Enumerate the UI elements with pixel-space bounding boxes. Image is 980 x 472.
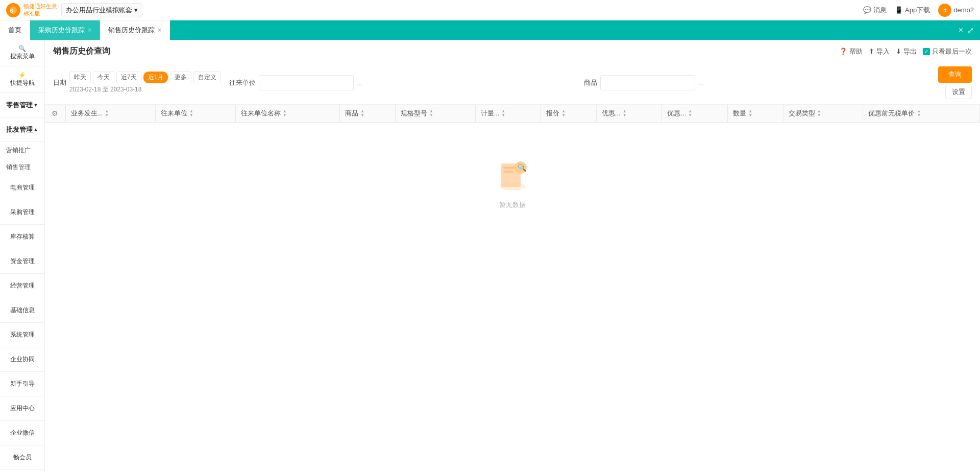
restore-window-btn[interactable]: ⤢: [967, 26, 974, 35]
goods-dots-btn[interactable]: ...: [698, 79, 704, 87]
chevron-down-icon: ▼: [33, 102, 38, 108]
sort-icons: ▲▼: [501, 109, 505, 117]
sidebar-item-search-menu[interactable]: 🔍 搜索菜单: [0, 40, 44, 66]
message-icon: 💬: [863, 6, 871, 14]
date-btn-yesterday[interactable]: 昨天: [69, 72, 91, 83]
topbar: 6 畅捷通好生意 标准版 办公用品行业模拟账套 ▾ 💬 消息 📱 App下载 d…: [0, 0, 980, 20]
search-button[interactable]: 查询: [938, 66, 972, 83]
gear-icon[interactable]: ⚙: [52, 109, 58, 117]
chevron-down-icon: ▾: [134, 6, 138, 14]
partner-label: 往来单位: [229, 78, 256, 87]
topbar-left: 6 畅捷通好生意 标准版 办公用品行业模拟账套 ▾: [6, 3, 142, 17]
account-selector[interactable]: 办公用品行业模拟账套 ▾: [61, 3, 142, 17]
date-btn-more[interactable]: 更多: [170, 72, 191, 83]
page-title: 销售历史价查询: [53, 46, 110, 57]
sidebar-item-purchase[interactable]: 采购管理: [0, 200, 44, 225]
th-gear[interactable]: ⚙: [45, 105, 65, 123]
svg-text:🔍: 🔍: [518, 163, 527, 172]
date-label: 日期: [53, 78, 66, 87]
tab-purchase-history[interactable]: 采购历史价跟踪 ×: [30, 20, 100, 40]
goods-input[interactable]: [600, 75, 695, 90]
th-discount2[interactable]: 优惠... ▲▼: [662, 105, 728, 123]
user-profile[interactable]: d demo2: [938, 4, 974, 17]
sidebar-item-operations[interactable]: 经营管理: [0, 274, 44, 298]
settings-button[interactable]: 设置: [945, 85, 972, 99]
export-btn[interactable]: ⬇ 导出: [896, 47, 917, 56]
date-btn-custom[interactable]: 自定义: [193, 72, 221, 83]
partner-dots-btn[interactable]: ...: [357, 79, 362, 87]
sort-icons: ▲▼: [105, 109, 109, 117]
th-price[interactable]: 报价 ▲▼: [541, 105, 597, 123]
topbar-right: 💬 消息 📱 App下载 d demo2: [863, 4, 974, 17]
tab-home-label: 首页: [8, 26, 21, 35]
empty-state: 🔍 暂无数据: [45, 123, 980, 240]
sidebar-item-guide[interactable]: 新手引导: [0, 372, 44, 396]
sidebar-item-quick-nav[interactable]: ⚡ 快捷导航: [0, 66, 44, 93]
sidebar-item-ecommerce[interactable]: 电商管理: [0, 176, 44, 200]
sort-icons: ▲▼: [917, 109, 921, 117]
sidebar-item-member[interactable]: 畅会员: [0, 445, 44, 470]
page-content: 销售历史价查询 ❓ 帮助 ⬆ 导入 ⬇ 导出: [45, 40, 980, 472]
import-btn[interactable]: ⬆ 导入: [869, 47, 890, 56]
search-icon: 🔍: [18, 45, 26, 52]
tab-actions: × ⤢: [959, 20, 980, 40]
th-biz-date[interactable]: 业务发生... ▲▼: [65, 105, 156, 123]
date-filter-group: 日期 昨天 今天 近7天 近1月 更多 自定义 2023-02-18 至 202…: [53, 72, 221, 94]
sidebar-item-system[interactable]: 系统管理: [0, 323, 44, 347]
data-table: ⚙ 业务发生... ▲▼ 往来单位: [45, 105, 980, 123]
tab-purchase-history-label: 采购历史价跟踪: [38, 26, 85, 35]
filter-bar: 日期 昨天 今天 近7天 近1月 更多 自定义 2023-02-18 至 202…: [45, 61, 980, 105]
date-btn-today[interactable]: 今天: [93, 72, 114, 83]
date-range-display: 2023-02-18 至 2023-03-18: [69, 85, 221, 94]
sidebar-item-marketing[interactable]: 营销推广: [0, 142, 44, 159]
tab-home[interactable]: 首页: [0, 20, 30, 40]
th-partner-name[interactable]: 往来单位名称 ▲▼: [235, 105, 340, 123]
sidebar-item-wholesale-mgmt[interactable]: 批发管理 ▲: [0, 117, 44, 142]
close-window-btn[interactable]: ×: [959, 26, 963, 35]
only-latest-checkbox[interactable]: 只看最后一次: [923, 47, 972, 56]
partner-input[interactable]: [259, 75, 354, 90]
date-btn-7days[interactable]: 近7天: [116, 72, 141, 83]
sidebar-item-sales-mgmt[interactable]: 销售管理: [0, 159, 44, 176]
main-layout: 🔍 搜索菜单 ⚡ 快捷导航 零售管理 ▼ 批发管理 ▲ 营销推广 销售管理 电商…: [0, 40, 980, 472]
app-download-btn[interactable]: 📱 App下载: [895, 6, 930, 15]
goods-label: 商品: [584, 78, 597, 87]
page-header: 销售历史价查询 ❓ 帮助 ⬆ 导入 ⬇ 导出: [45, 40, 980, 61]
sidebar-item-finance[interactable]: 资金管理: [0, 249, 44, 274]
sidebar-item-retail-mgmt[interactable]: 零售管理 ▼: [0, 93, 44, 117]
partner-filter-group: 往来单位 ...: [229, 75, 575, 90]
th-trade-type[interactable]: 交易类型 ▲▼: [783, 105, 863, 123]
sidebar-item-app-center[interactable]: 应用中心: [0, 396, 44, 421]
filter-row: 日期 昨天 今天 近7天 近1月 更多 自定义 2023-02-18 至 202…: [53, 66, 972, 99]
close-sales-tab-icon[interactable]: ×: [158, 27, 161, 34]
th-discount1[interactable]: 优惠... ▲▼: [596, 105, 662, 123]
sort-icons: ▲▼: [360, 109, 364, 117]
close-purchase-tab-icon[interactable]: ×: [88, 27, 91, 34]
th-unit[interactable]: 计量... ▲▼: [475, 105, 541, 123]
th-partner-code[interactable]: 往来单位 ▲▼: [156, 105, 236, 123]
logo-text: 畅捷通好生意 标准版: [23, 3, 57, 16]
goods-filter-group: 商品 ...: [584, 75, 930, 90]
help-btn[interactable]: ❓ 帮助: [839, 47, 863, 56]
table-container: ⚙ 业务发生... ▲▼ 往来单位: [45, 105, 980, 472]
sidebar-item-enterprise-collab[interactable]: 企业协同: [0, 347, 44, 372]
filter-action-buttons: 查询 设置: [938, 66, 972, 99]
th-qty[interactable]: 数量 ▲▼: [728, 105, 783, 123]
content-area: 销售历史价查询 ❓ 帮助 ⬆ 导入 ⬇ 导出: [45, 40, 980, 472]
tab-sales-history[interactable]: 销售历史价跟踪 ×: [100, 20, 170, 40]
th-spec[interactable]: 规格型号 ▲▼: [395, 105, 475, 123]
sort-icons: ▲▼: [688, 109, 692, 117]
sort-icons: ▲▼: [748, 109, 752, 117]
table-header-row: ⚙ 业务发生... ▲▼ 往来单位: [45, 105, 980, 123]
svg-text:6: 6: [10, 7, 13, 13]
sidebar-item-inventory[interactable]: 库存核算: [0, 225, 44, 249]
th-goods[interactable]: 商品 ▲▼: [340, 105, 396, 123]
tab-sales-history-label: 销售历史价跟踪: [108, 26, 155, 35]
empty-text: 暂无数据: [499, 200, 526, 209]
date-btn-1month[interactable]: 近1月: [143, 72, 168, 83]
messages-btn[interactable]: 💬 消息: [863, 6, 887, 15]
sidebar-item-basic-info[interactable]: 基础信息: [0, 298, 44, 323]
sidebar-item-enterprise-wechat[interactable]: 企业微信: [0, 421, 44, 445]
th-pre-tax-price[interactable]: 优惠前无税单价 ▲▼: [863, 105, 980, 123]
sort-icons: ▲▼: [429, 109, 433, 117]
